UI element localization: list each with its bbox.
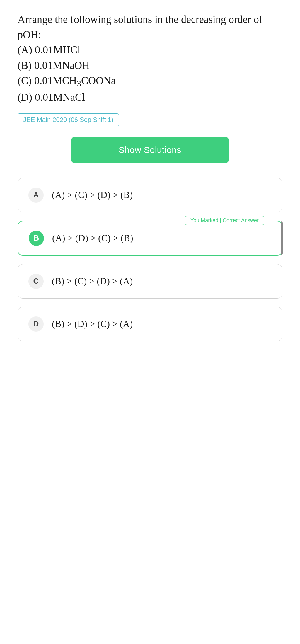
show-solutions-label: Show Solutions (119, 145, 181, 155)
correct-indicator-bar (281, 221, 283, 255)
option-card-c[interactable]: C (B) > (C) > (D) > (A) (18, 264, 282, 299)
you-marked-badge: You Marked | Correct Answer (185, 216, 264, 225)
question-text: Arrange the following solutions in the d… (18, 12, 282, 105)
option-label-c: C (28, 274, 44, 289)
option-text-c: (B) > (C) > (D) > (A) (52, 276, 133, 287)
option-label-a: A (28, 188, 44, 203)
option-text-b: (A) > (D) > (C) > (B) (52, 233, 133, 243)
question-block: Arrange the following solutions in the d… (18, 12, 282, 163)
option-text-d: (B) > (D) > (C) > (A) (52, 318, 133, 329)
exam-tag-label: JEE Main 2020 (06 Sep Shift 1) (23, 116, 113, 123)
option-label-d: D (28, 316, 44, 332)
option-card-b[interactable]: You Marked | Correct Answer B (A) > (D) … (18, 221, 282, 256)
exam-tag-badge: JEE Main 2020 (06 Sep Shift 1) (18, 113, 119, 126)
option-card-d[interactable]: D (B) > (D) > (C) > (A) (18, 307, 282, 341)
option-card-a[interactable]: A (A) > (C) > (D) > (B) (18, 178, 282, 212)
show-solutions-button[interactable]: Show Solutions (71, 137, 229, 163)
option-label-b: B (29, 231, 44, 246)
you-marked-label: You Marked | Correct Answer (190, 217, 259, 223)
option-text-a: (A) > (C) > (D) > (B) (52, 190, 133, 200)
